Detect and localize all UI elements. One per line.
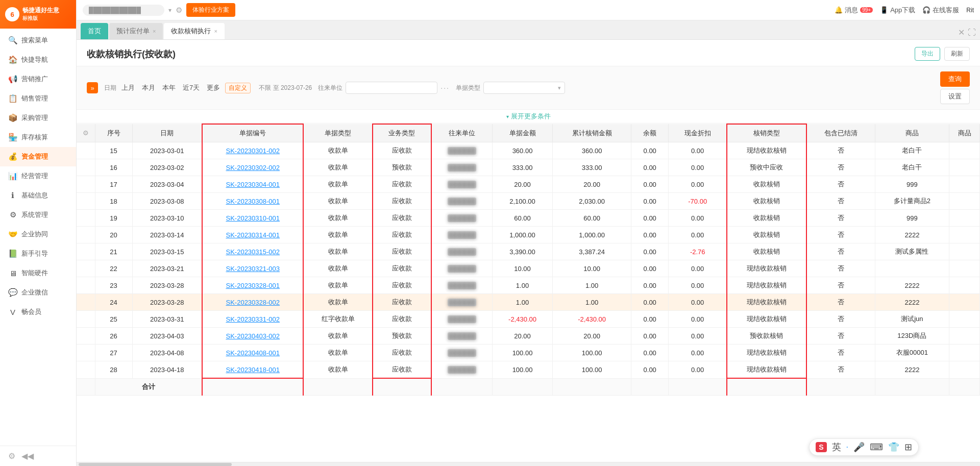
sidebar-label: 库存核算 xyxy=(21,133,48,142)
doc-no-link[interactable]: SK-20230418-001 xyxy=(226,366,280,374)
sidebar-item-资金管理[interactable]: 💰资金管理 xyxy=(0,147,76,166)
filter-date-more[interactable]: 更多 xyxy=(205,82,222,93)
cell-biztype: 应收款 xyxy=(373,345,431,361)
footer-cash-discount xyxy=(669,378,727,395)
float-s-icon[interactable]: S xyxy=(816,442,826,452)
filter-date-custom[interactable]: 自定义 xyxy=(225,83,251,93)
doc-no-link[interactable]: SK-20230328-001 xyxy=(226,282,280,289)
sidebar-item-企业协同[interactable]: 🤝企业协同 xyxy=(0,225,76,244)
doc-no-link[interactable]: SK-20230310-001 xyxy=(226,214,280,222)
sidebar-item-经营管理[interactable]: 📊经营管理 xyxy=(0,166,76,186)
col-settings-icon[interactable]: ⚙ xyxy=(83,129,89,137)
sidebar-item-企业微信[interactable]: 💬企业微信 xyxy=(0,283,76,302)
tabs-expand-icon[interactable]: ⛶ xyxy=(968,28,976,37)
sidebar-item-新手引导[interactable]: 📗新手引导 xyxy=(0,244,76,263)
doc-no-link[interactable]: SK-20230315-002 xyxy=(226,248,280,256)
cell-cancel-type: 现结收款核销 xyxy=(727,294,806,311)
doc-no-link[interactable]: SK-20230314-001 xyxy=(226,231,280,239)
doc-no-link[interactable]: SK-20230408-001 xyxy=(226,349,280,357)
online-service-item[interactable]: 🎧 在线客服 xyxy=(922,6,959,15)
filter-doctype-select[interactable] xyxy=(483,82,565,94)
cell-acc-amount: 100.00 xyxy=(553,345,631,361)
app-download-item[interactable]: 📱 App下载 xyxy=(880,6,915,15)
cell-product2 xyxy=(949,294,980,311)
messages-label: 消息 xyxy=(845,6,858,15)
filter-toggle-button[interactable]: » xyxy=(87,82,98,93)
sidebar-item-采购管理[interactable]: 📦采购管理 xyxy=(0,108,76,128)
cell-doctype: 收款单 xyxy=(303,345,372,361)
sidebar-icon: 🏪 xyxy=(8,133,17,142)
cell-docno: SK-20230315-002 xyxy=(202,243,303,260)
cell-partner: ██████ xyxy=(431,176,492,193)
filter-date-prev-month[interactable]: 上月 xyxy=(119,82,137,93)
sidebar-label: 经营管理 xyxy=(21,171,48,181)
cell-docno: SK-20230314-001 xyxy=(202,227,303,243)
float-english-icon[interactable]: 英 xyxy=(832,441,841,453)
cell-product: 测试jun xyxy=(875,311,949,328)
col-settings[interactable]: ⚙ xyxy=(77,124,95,142)
cell-docno: SK-20230304-001 xyxy=(202,176,303,193)
float-keyboard-icon[interactable]: ⌨ xyxy=(870,442,883,453)
doc-no-link[interactable]: SK-20230331-002 xyxy=(226,315,280,323)
sidebar-item-畅会员[interactable]: V畅会员 xyxy=(0,302,76,322)
topbar-gear-icon[interactable]: ⚙ xyxy=(176,6,182,15)
cell-partner: ██████ xyxy=(431,311,492,328)
tab-collection-close[interactable]: × xyxy=(214,28,217,34)
filter-partner-input[interactable] xyxy=(346,82,437,94)
cell-docno: SK-20230328-001 xyxy=(202,277,303,294)
refresh-button[interactable]: 刷新 xyxy=(944,47,970,61)
float-shirt-icon[interactable]: 👕 xyxy=(888,442,899,453)
cell-cash-discount: 0.00 xyxy=(669,328,727,345)
filter-date-cur-year[interactable]: 本年 xyxy=(160,82,178,93)
doc-no-link[interactable]: SK-20230328-002 xyxy=(226,299,280,306)
sidebar-item-智能硬件[interactable]: 🖥智能硬件 xyxy=(0,263,76,283)
cell-no: 15 xyxy=(95,142,132,159)
filter-bar: » 日期 上月 本月 本年 近7天 更多 自定义 不限 至 2023-07-26… xyxy=(77,66,980,110)
cell-acc-amount: 100.00 xyxy=(553,361,631,379)
scrollbar-thumb[interactable] xyxy=(79,463,232,466)
topbar-dropdown-arrow[interactable]: ▾ xyxy=(168,7,172,14)
settings-icon[interactable]: ⚙ xyxy=(8,451,15,461)
messages-item[interactable]: 🔔 消息 99+ xyxy=(835,6,873,15)
doc-no-link[interactable]: SK-20230302-002 xyxy=(226,164,280,171)
query-button[interactable]: 查询 xyxy=(940,71,970,87)
sidebar-item-销售管理[interactable]: 📋销售管理 xyxy=(0,89,76,108)
horizontal-scrollbar[interactable] xyxy=(77,462,980,466)
doc-no-link[interactable]: SK-20230301-002 xyxy=(226,147,280,155)
filter-date-cur-month[interactable]: 本月 xyxy=(140,82,157,93)
doc-no-link[interactable]: SK-20230308-001 xyxy=(226,198,280,205)
sidebar-item-库存核算[interactable]: 🏪库存核算 xyxy=(0,128,76,147)
cell-product2 xyxy=(949,260,980,277)
solution-button[interactable]: 体验行业方案 xyxy=(186,3,235,17)
float-mic-icon[interactable]: 🎤 xyxy=(853,442,865,453)
tabs-bar-right: ✕ ⛶ xyxy=(958,28,976,39)
doc-no-link[interactable]: SK-20230403-002 xyxy=(226,332,280,340)
cell-doctype: 收款单 xyxy=(303,176,372,193)
tab-home[interactable]: 首页 xyxy=(81,23,108,39)
sidebar-item-基础信息[interactable]: ℹ基础信息 xyxy=(0,186,76,205)
expand-more-bar[interactable]: ▾ 展开更多条件 xyxy=(77,110,980,124)
sidebar-item-营销推广[interactable]: 📢营销推广 xyxy=(0,69,76,89)
sidebar-item-快捷导航[interactable]: 🏠快捷导航 xyxy=(0,50,76,69)
filter-date-7days[interactable]: 近7天 xyxy=(181,82,202,93)
sidebar-item-系统管理[interactable]: ⚙系统管理 xyxy=(0,205,76,225)
topbar: ████████████ ▾ ⚙ 体验行业方案 🔔 消息 99+ 📱 App下载… xyxy=(77,0,980,20)
cell-settings xyxy=(77,243,95,260)
tab-collection[interactable]: 收款核销执行 × xyxy=(164,23,224,39)
doc-no-link[interactable]: SK-20230321-003 xyxy=(226,265,280,273)
collapse-icon[interactable]: ◀◀ xyxy=(21,451,34,461)
settings-button[interactable]: 设置 xyxy=(940,89,970,104)
sidebar-icon: 💰 xyxy=(8,152,17,161)
cell-no: 27 xyxy=(95,345,132,361)
online-service-label: 在线客服 xyxy=(933,6,959,15)
cell-docno: SK-20230418-001 xyxy=(202,361,303,379)
tabs-close-all-icon[interactable]: ✕ xyxy=(958,28,965,37)
doc-no-link[interactable]: SK-20230304-001 xyxy=(226,181,280,188)
partner-blurred: ██████ xyxy=(448,181,476,188)
tab-prepaid-close[interactable]: × xyxy=(153,28,156,34)
export-button[interactable]: 导出 xyxy=(915,47,940,61)
sidebar-item-搜索菜单[interactable]: 🔍搜索菜单 xyxy=(0,31,76,50)
cell-cash-discount: 0.00 xyxy=(669,260,727,277)
tab-prepaid[interactable]: 预计应付单 × xyxy=(109,23,163,39)
float-grid-icon[interactable]: ⊞ xyxy=(904,442,912,453)
